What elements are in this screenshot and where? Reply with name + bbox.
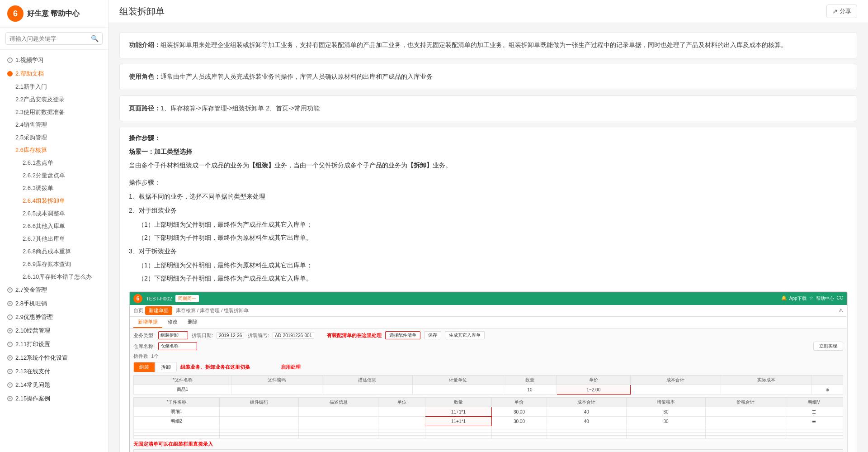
sidebar-item-2-6-6[interactable]: 2.6.6其他入库单 bbox=[0, 220, 108, 233]
sim-th-qty: 数量 bbox=[503, 376, 557, 385]
step2-sub1: （1）上部明细为父件明细，最终作为产成品生成其它入库单； bbox=[129, 219, 848, 230]
sim-warehouse-value[interactable]: 仓储名称 bbox=[158, 342, 197, 350]
content-area: 功能介绍：组装拆卸单用来处理企业组装或拆卸等加工业务，支持有固定装配清单的产品加… bbox=[108, 23, 868, 452]
sidebar-label-1: 1.视频学习 bbox=[15, 56, 44, 64]
sidebar-label-2-14: 2.14常见问题 bbox=[15, 381, 50, 389]
sim-ltd-name2: 明细2 bbox=[134, 417, 220, 426]
sidebar-label-2-12: 2.12系统个性化设置 bbox=[15, 354, 68, 362]
sim-tab-edit[interactable]: 修改 bbox=[163, 317, 182, 328]
sim-type-switch-row: 组装 拆卸 组装业务、拆卸业务在这里切换 启用处理 bbox=[133, 362, 843, 372]
sidebar-item-1[interactable]: + 1.视频学习 bbox=[0, 53, 108, 67]
search-input[interactable] bbox=[9, 35, 91, 42]
share-label: 分享 bbox=[840, 7, 851, 15]
step2: 2、对于组装业务 bbox=[129, 205, 848, 216]
sim-th-ops bbox=[811, 376, 843, 385]
sidebar-item-2-6-9[interactable]: 2.6.9库存账本查询 bbox=[0, 258, 108, 271]
sim-tab-new[interactable]: 新增单据 bbox=[133, 317, 162, 328]
sidebar-label-2: 2.帮助文档 bbox=[15, 70, 44, 78]
sim-lth-detail: 明细V bbox=[785, 398, 843, 407]
sim-type-label: 业务类型: bbox=[133, 332, 155, 339]
sidebar-item-2-5[interactable]: 2.5采购管理 bbox=[0, 131, 108, 144]
sidebar-label-2-15: 2.15操作案例 bbox=[15, 395, 50, 403]
sidebar-item-2-14[interactable]: + 2.14常见问题 bbox=[0, 378, 108, 392]
sim-td-cost-total bbox=[630, 385, 721, 395]
sidebar-item-2-6-1[interactable]: 2.6.1盘点单 bbox=[0, 157, 108, 169]
role-label: 使用角色： bbox=[129, 73, 160, 80]
sim-tab-assembly[interactable]: 组装 bbox=[133, 362, 155, 372]
sidebar-item-2-6-7[interactable]: 2.6.7其他出库单 bbox=[0, 233, 108, 245]
sidebar-item-2-2[interactable]: 2.2产品安装及登录 bbox=[0, 93, 108, 106]
annotation4-area: 无固定清单可以在组装栏里直接录入 bbox=[133, 441, 843, 447]
sim-btn-confirm[interactable]: 生成其它入库单 bbox=[445, 331, 485, 339]
sim-td-price: 1~2.00 bbox=[557, 385, 630, 395]
sidebar-item-2-3[interactable]: 2.3使用前数据准备 bbox=[0, 106, 108, 119]
sidebar-item-2-6-5[interactable]: 2.6.5成本调整单 bbox=[0, 207, 108, 220]
sim-ltd-tax2: 30 bbox=[626, 417, 706, 426]
nav-tree: + 1.视频学习 2.帮助文档 2.1新手入门 2.2产品安装及登录 2.3使用… bbox=[0, 50, 108, 452]
sidebar-item-2-12[interactable]: + 2.12系统个性化设置 bbox=[0, 351, 108, 365]
path-label: 页面路径： bbox=[129, 105, 160, 112]
sidebar-item-2-8[interactable]: + 2.8手机旺铺 bbox=[0, 297, 108, 310]
sim-btn-config[interactable]: 选择配件清单 bbox=[385, 331, 420, 339]
sidebar-item-2-10[interactable]: + 2.10经营管理 bbox=[0, 324, 108, 338]
sidebar-item-2-7[interactable]: + 2.7资金管理 bbox=[0, 283, 108, 297]
sim-tab-del[interactable]: 删除 bbox=[183, 317, 202, 328]
sim-ltd-cost2: 40 bbox=[547, 417, 626, 426]
sim-lth-tax: 增值税率 bbox=[626, 398, 706, 407]
sidebar-item-2-6-8[interactable]: 2.6.8商品成本重算 bbox=[0, 245, 108, 258]
sidebar-item-2-6[interactable]: 2.6库存核算 bbox=[0, 144, 108, 157]
sidebar-item-2-13[interactable]: + 2.13在线支付 bbox=[0, 365, 108, 378]
sim-ltd-code2 bbox=[219, 417, 299, 426]
sidebar-label-2-13: 2.13在线支付 bbox=[15, 367, 50, 376]
sim-ltd-tax1: 30 bbox=[626, 407, 706, 417]
sidebar-label-2-10: 2.10经营管理 bbox=[15, 327, 50, 335]
sidebar-item-2-6-10[interactable]: 2.6.10库存账本错了怎么办 bbox=[0, 271, 108, 283]
expand-icon-2-11: + bbox=[7, 342, 13, 347]
sim-ltd-qty1: 11+1*1 bbox=[425, 407, 492, 417]
sidebar-item-2-6-4[interactable]: 2.6.4组装拆卸单 bbox=[0, 195, 108, 207]
sim-ltd-taxtotal1 bbox=[706, 407, 785, 417]
sim-ltd-desc2 bbox=[299, 417, 378, 426]
sim-type-value[interactable]: 组装拆卸 bbox=[158, 331, 188, 339]
share-icon: ↗ bbox=[832, 8, 838, 15]
sidebar-label-2-9: 2.9优惠券管理 bbox=[15, 313, 53, 321]
sim-ltd-name1: 明细1 bbox=[134, 407, 220, 417]
sim-app: 6 TEST-H002 同期同一 🔔App下载☆帮助中心CC 自页 新建单据 库… bbox=[129, 292, 847, 452]
sim-td-desc bbox=[322, 385, 412, 395]
table-row bbox=[134, 426, 843, 429]
sim-topbar-icons: 🔔App下载☆帮助中心CC bbox=[781, 295, 843, 302]
path-text: 1、库存核算->库存管理->组装拆卸单 2、首页->常用功能 bbox=[160, 105, 320, 112]
search-icon[interactable]: 🔍 bbox=[91, 35, 99, 42]
func-intro-card: 功能介绍：组装拆卸单用来处理企业组装或拆卸等加工业务，支持有固定装配清单的产品加… bbox=[119, 32, 857, 58]
sidebar-item-2-11[interactable]: + 2.11打印设置 bbox=[0, 338, 108, 351]
share-button[interactable]: ↗ 分享 bbox=[826, 5, 857, 18]
sim-nav-new[interactable]: 新建单据 bbox=[145, 306, 172, 315]
table-row bbox=[134, 436, 843, 439]
search-area: 🔍 bbox=[0, 28, 108, 50]
sim-ltd-unit1 bbox=[378, 407, 425, 417]
sidebar-item-2-6-3[interactable]: 2.6.3调拨单 bbox=[0, 182, 108, 195]
role-card: 使用角色：通常由生产人员或库管人员完成拆装业务的操作，库管人员确认原材料的出库和… bbox=[119, 64, 857, 90]
sim-date-value: 2019-12-26 bbox=[217, 332, 244, 339]
sim-lth-child-name: *子件名称 bbox=[134, 398, 220, 407]
page-title: 组装拆卸单 bbox=[119, 5, 165, 18]
sidebar-item-2-9[interactable]: + 2.9优惠券管理 bbox=[0, 310, 108, 324]
step-ops-title: 操作步骤： bbox=[129, 177, 848, 188]
role-text: 通常由生产人员或库管人员完成拆装业务的操作，库管人员确认原材料的出库和产成品的入… bbox=[160, 73, 433, 80]
sim-top-actions: ⚠ bbox=[839, 308, 843, 314]
scene1-title: 场景一：加工类型选择 bbox=[129, 148, 848, 156]
sidebar-item-2-4[interactable]: 2.4销售管理 bbox=[0, 119, 108, 131]
sim-apply-btn[interactable]: 立刻实现 bbox=[813, 342, 843, 351]
sidebar-item-2[interactable]: 2.帮助文档 bbox=[0, 67, 108, 81]
sim-tab-disassembly[interactable]: 拆卸 bbox=[155, 362, 177, 372]
func-intro-label: 功能介绍： bbox=[129, 41, 160, 48]
sidebar-item-2-1[interactable]: 2.1新手入门 bbox=[0, 81, 108, 93]
sidebar: 6 好生意 帮助中心 🔍 + 1.视频学习 2.帮助文档 2.1新手入门 2.2… bbox=[0, 0, 108, 452]
sim-btn-save[interactable]: 保存 bbox=[424, 331, 441, 339]
expand-icon-2-15: + bbox=[7, 396, 13, 401]
sim-th-cost-total: 成本合计 bbox=[630, 376, 721, 385]
sidebar-item-2-15[interactable]: + 2.15操作案例 bbox=[0, 392, 108, 405]
search-box: 🔍 bbox=[5, 32, 103, 45]
step-list: 操作步骤： 1、根据不同的业务，选择不同单据的类型来处理 2、对于组装业务 （1… bbox=[129, 177, 848, 285]
sidebar-item-2-6-2[interactable]: 2.6.2分量盘点单 bbox=[0, 169, 108, 182]
